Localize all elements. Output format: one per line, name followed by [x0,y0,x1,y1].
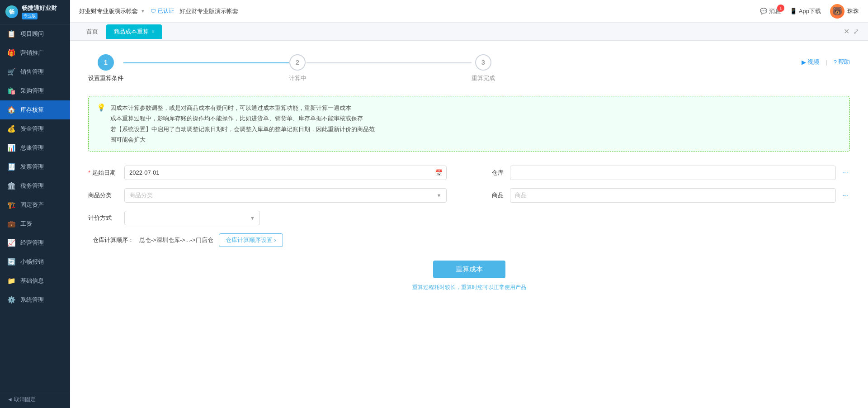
step-2-number: 2 [296,59,299,66]
start-date-field[interactable] [125,169,431,176]
sidebar-item-label: 销售管理 [20,68,44,76]
help-link[interactable]: ? 帮助 [834,58,850,66]
start-date-label: 起始日期 [88,169,120,177]
play-icon: ▶ [802,59,806,66]
shield-icon: 🛡 [151,8,156,14]
purchase-icon: 🛍️ [7,87,16,95]
info-line-2: 成本重算过程中，影响库存账的操作均不能操作，比如进货单、销货单、库存单据不能审核… [110,113,375,123]
goods-input[interactable]: 商品 [510,188,836,203]
operation-icon: 📈 [7,239,16,247]
info-text: 因成本计算参数调整，或是对商品成本有疑问时，可以通过成本重算功能，重新计算一遍成… [110,103,375,145]
steps-container: 1 设置重算条件 2 计算中 3 [88,54,495,82]
sidebar-header: 畅 畅捷通好业财 专业版 [0,0,70,24]
step-line-1-2 [123,62,289,63]
sidebar-item-inventory[interactable]: 🏠 库存核算 [0,100,70,119]
bulb-icon: 💡 [97,103,106,145]
app-logo-icon: 畅 [5,5,18,18]
sidebar-item-label: 小畅报销 [20,258,44,266]
category-select[interactable]: 商品分类 ▼ [124,188,447,203]
video-label: 视频 [807,58,819,66]
topbar-actions: 💬 消息 1 📱 App下载 🐻 珠珠 [760,4,859,19]
video-link[interactable]: ▶ 视频 [802,58,819,66]
main-area: 好业财专业版演示帐套 ▼ 🛡 已认证 好业财专业版演示帐套 💬 消息 1 📱 A… [70,0,868,408]
tab-cost-recalc[interactable]: 商品成本重算 × [106,24,162,39]
start-date-group: 起始日期 📅 [88,166,447,180]
marketing-icon: 🎁 [7,49,16,57]
phone-icon: 📱 [790,8,797,14]
warehouse-input[interactable] [510,166,836,180]
account-selector[interactable]: 好业财专业版演示帐套 ▼ [79,7,145,15]
tax-icon: 🏛️ [7,182,16,190]
calc-order-row: 仓库计算顺序： 总仓->深圳仓库->...->门店仓 仓库计算顺序设置 › [93,233,850,247]
invoice-icon: 🧾 [7,163,16,171]
sidebar-item-purchase[interactable]: 🛍️ 采购管理 [0,81,70,100]
tabbar-controls: ✕ ⤢ [844,27,859,36]
calendar-icon[interactable]: 📅 [431,169,446,176]
sidebar-item-project[interactable]: 📋 项目顾问 [0,24,70,43]
recalculate-button[interactable]: 重算成本 [433,261,505,278]
system-icon: ⚙️ [7,296,16,304]
expense-icon: 🔄 [7,258,16,266]
sidebar-item-sales[interactable]: 🛒 销售管理 [0,62,70,81]
user-profile[interactable]: 🐻 珠珠 [830,4,859,19]
maximize-icon[interactable]: ⤢ [853,27,859,36]
inventory-icon: 🏠 [7,106,16,114]
sidebar-item-system[interactable]: ⚙️ 系统管理 [0,290,70,309]
goods-more-icon[interactable]: ··· [840,191,850,199]
user-avatar: 🐻 [830,4,844,19]
app-download-button[interactable]: 📱 App下载 [790,7,821,15]
form-section: 起始日期 📅 仓库 ··· [88,166,850,247]
goods-placeholder: 商品 [515,191,527,199]
submit-note: 重算过程耗时较长，重算时您可以正常使用产品 [412,284,526,291]
sidebar-item-tax[interactable]: 🏛️ 税务管理 [0,176,70,195]
step-1-circle: 1 [98,54,114,71]
sidebar-item-assets[interactable]: 🏗️ 固定资产 [0,195,70,214]
step-2-label: 计算中 [289,74,307,82]
calc-order-label: 仓库计算顺序： [93,236,134,244]
sidebar-nav: 📋 项目顾问 🎁 营销推广 🛒 销售管理 🛍️ 采购管理 🏠 库存核算 💰 资金… [0,24,70,391]
finance-icon: 💰 [7,125,16,133]
sidebar-item-label: 库存核算 [20,106,44,114]
sidebar-item-accounting[interactable]: 📊 总账管理 [0,138,70,157]
info-line-4: 围可能会扩大 [110,134,375,145]
calc-order-btn-label: 仓库计算顺序设置 › [226,236,276,244]
step-2: 2 计算中 [289,54,307,82]
tab-home[interactable]: 首页 [79,24,105,39]
goods-label: 商品 [492,191,505,199]
sidebar-title-group: 畅捷通好业财 专业版 [22,5,57,19]
calc-order-settings-button[interactable]: 仓库计算顺序设置 › [219,233,283,247]
tab-home-label: 首页 [86,28,98,36]
step-3: 3 重算完成 [472,54,495,82]
step-3-label: 重算完成 [472,74,495,82]
category-chevron-icon: ▼ [437,193,442,198]
sidebar-item-basic[interactable]: 📁 基础信息 [0,271,70,290]
sidebar-app-name: 畅捷通好业财 [22,5,57,12]
payroll-icon: 💼 [7,220,16,228]
message-button[interactable]: 💬 消息 1 [760,7,781,15]
sidebar-item-invoice[interactable]: 🧾 发票管理 [0,157,70,176]
warehouse-group: 仓库 ··· [492,166,850,180]
info-line-3: 若【系统设置】中启用了自动调整记账日期时，会调整入库单的整单记账日期，因此重新计… [110,124,375,134]
sidebar-item-finance[interactable]: 💰 资金管理 [0,119,70,138]
tab-close-icon[interactable]: × [151,28,155,35]
steps-row: 1 设置重算条件 2 计算中 3 [88,54,850,82]
assets-icon: 🏗️ [7,201,16,209]
sidebar-item-payroll[interactable]: 💼 工资 [0,214,70,233]
close-window-icon[interactable]: ✕ [844,27,849,36]
sidebar-item-marketing[interactable]: 🎁 营销推广 [0,43,70,62]
form-row-3: 计价方式 ▼ [88,211,850,225]
sidebar-item-label: 总账管理 [20,144,44,152]
step-3-number: 3 [481,59,485,66]
pricing-select[interactable]: ▼ [124,211,260,225]
start-date-input[interactable]: 📅 [124,166,447,180]
sidebar-item-operation[interactable]: 📈 经营管理 [0,233,70,252]
sidebar-item-label: 系统管理 [20,296,44,304]
pricing-chevron-icon: ▼ [250,215,255,221]
warehouse-more-icon[interactable]: ··· [840,169,850,177]
warehouse-label: 仓库 [492,169,505,177]
step-3-circle: 3 [475,54,491,71]
sidebar-unpin-button[interactable]: ◄ 取消固定 [0,391,70,408]
pricing-label: 计价方式 [88,214,120,222]
sidebar-item-expense[interactable]: 🔄 小畅报销 [0,252,70,271]
sidebar: 畅 畅捷通好业财 专业版 📋 项目顾问 🎁 营销推广 🛒 销售管理 🛍️ 采购管… [0,0,70,408]
